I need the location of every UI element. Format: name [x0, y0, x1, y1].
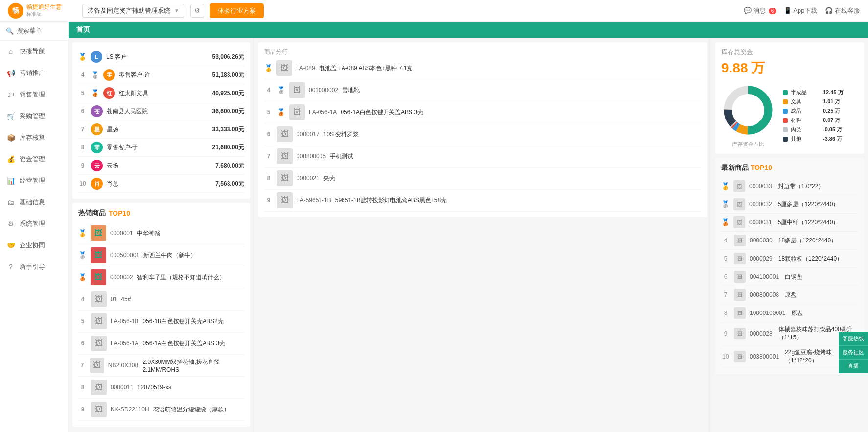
- customer-amount: 7,563.00元: [215, 180, 244, 188]
- customer-amount: 36,600.00元: [212, 107, 244, 116]
- bronze-medal-icon: 🥉: [721, 218, 730, 226]
- hot-product-6: 6 🖼 LA-056-1A 056-1A白色按键开关盖ABS 3壳: [78, 333, 244, 355]
- chevron-down-icon: ▼: [174, 8, 179, 13]
- legend-label: 文具: [791, 98, 820, 105]
- product-name: 5厘多层（1220*2440）: [778, 200, 858, 209]
- legend-item-meat: 肉类 -0.05 万: [783, 126, 844, 133]
- avatar: 红: [103, 87, 115, 99]
- sidebar-item-basic-info[interactable]: 🗂 基础信息: [0, 192, 68, 213]
- online-service-link[interactable]: 🎧 在线客服: [825, 6, 860, 15]
- sidebar-item-marketing[interactable]: 📢 营销推广: [0, 62, 68, 84]
- customer-name: 苍南县人民医院: [107, 107, 208, 116]
- avatar: 苍: [91, 105, 103, 117]
- legend-value: 12.45 万: [823, 89, 844, 96]
- customer-name: LS 客户: [106, 53, 208, 61]
- breadcrumb: 首页: [69, 22, 868, 38]
- product-name: 原盘: [791, 309, 858, 317]
- product-code: 0000033: [749, 183, 772, 190]
- product-code: 003800001: [750, 353, 779, 360]
- customer-ranking-section: 🥇 L LS 客户 53,006.26元 4 🥈 零 零售客户-许 51,183…: [72, 42, 250, 199]
- hot-product-7: 7 🖼 NB2.0X30B 2.0X30MM双搓花轴,搓花直径2.1MM/ROH…: [78, 355, 244, 377]
- hot-products-label: 热销商品: [78, 209, 106, 217]
- product-name: 5厘中纤（1220*2440）: [778, 218, 858, 227]
- donut-chart: [721, 83, 775, 137]
- sidebar-item-sales[interactable]: 🏷 销售管理: [0, 84, 68, 105]
- gold-medal-icon: 🥇: [721, 182, 730, 190]
- product-code: LA-089: [296, 65, 315, 72]
- left-panel: 🥇 L LS 客户 53,006.26元 4 🥈 零 零售客户-许 51,183…: [69, 38, 254, 432]
- rank-number: 8: [78, 384, 87, 391]
- customer-amount: 40,925.00元: [212, 89, 244, 97]
- product-code: 0000032: [749, 201, 772, 208]
- hot-product-4: 4 🖼 01 45#: [78, 288, 244, 311]
- product-name: 18颗粒板（1220*2440）: [778, 255, 858, 263]
- rank-number: 7: [721, 291, 730, 298]
- new-product-6: 6 🖼 004100001 白钢垫: [721, 268, 858, 286]
- product-code: 0000030: [750, 237, 773, 244]
- sidebar-item-operations[interactable]: 📊 经营管理: [0, 170, 68, 192]
- rank-number: 6: [78, 108, 87, 115]
- top10-label: TOP10: [109, 209, 130, 217]
- rank-number: 4: [78, 296, 87, 303]
- message-link[interactable]: 💬 消息 6: [744, 6, 777, 15]
- product-name: 新西兰牛肉（新牛）: [143, 251, 196, 260]
- sidebar-item-guide[interactable]: ? 新手引导: [0, 256, 68, 278]
- sidebar: 🔍 搜索菜单 ⌂ 快捷导航 📢 营销推广 🏷 销售管理 🛒 采购管理 📦 库存核…: [0, 22, 69, 432]
- product-name: 18多层（1220*2440）: [778, 237, 858, 245]
- logo: 畅 畅捷通好生意 标准版: [8, 3, 76, 19]
- rank-number: 9: [264, 197, 273, 204]
- live-stream-button[interactable]: 直播: [839, 360, 868, 373]
- legend-color: [783, 90, 788, 95]
- new-product-1: 🥇 🖼 0000033 封边带（1.0*22）: [721, 177, 858, 195]
- legend-color: [783, 118, 788, 123]
- search-menu-item[interactable]: 🔍 搜索菜单: [0, 22, 68, 41]
- rank-number: 10: [721, 353, 730, 360]
- product-thumbnail: 🖼: [91, 269, 106, 285]
- product-thumbnail: 🖼: [734, 253, 746, 264]
- system-selector[interactable]: 装备及固定资产辅助管理系统 ▼: [82, 4, 184, 18]
- legend-label: 其他: [791, 135, 820, 143]
- product-name: 白钢垫: [785, 273, 858, 281]
- bronze-medal-icon: 🥉: [78, 273, 87, 281]
- product-code: 0000028: [750, 330, 773, 337]
- sidebar-item-system[interactable]: ⚙ 系统管理: [0, 213, 68, 235]
- message-badge: 6: [769, 8, 777, 14]
- product-code: 0000011: [111, 384, 134, 391]
- product-code: 0000029: [750, 255, 773, 262]
- new-product-3: 🥉 🖼 0000031 5厘中纤（1220*2440）: [721, 214, 858, 232]
- hot-product-1: 🥇 🖼 0000001 中华神箭: [78, 222, 244, 244]
- hot-product-5: 5 🖼 LA-056-1B 056-1B白色按键开关壳ABS2壳: [78, 311, 244, 333]
- gold-medal-icon: 🥇: [78, 229, 87, 237]
- product-code: 0000021: [297, 175, 320, 182]
- trial-button[interactable]: 体验行业方案: [210, 3, 264, 18]
- rank-number: 4: [264, 87, 273, 94]
- marketing-icon: 📢: [6, 68, 16, 78]
- app-download-link[interactable]: 📱 App下载: [784, 6, 817, 15]
- settings-icon[interactable]: ⚙: [190, 4, 204, 18]
- customer-service-hotline-button[interactable]: 客服热线: [839, 332, 868, 346]
- headset-icon: 🎧: [825, 7, 833, 14]
- customer-name: 云扬: [107, 162, 211, 170]
- sidebar-item-purchase[interactable]: 🛒 采购管理: [0, 105, 68, 127]
- sidebar-item-quicknav[interactable]: ⌂ 快捷导航: [0, 41, 68, 62]
- sidebar-item-finance[interactable]: 💰 资金管理: [0, 148, 68, 170]
- product-code: 0000017: [297, 131, 320, 138]
- sidebar-item-enterprise[interactable]: 🤝 企业协同: [0, 235, 68, 256]
- sidebar-item-inventory[interactable]: 📦 库存核算: [0, 127, 68, 148]
- middle-panel: 商品分行 🥇 🖼 LA-089 电池盖 LA-089 ABS本色+黑种 7.1克…: [254, 38, 711, 432]
- product-code: 000800008: [750, 291, 779, 298]
- legend-item-semifinished: 半成品 12.45 万: [783, 89, 844, 96]
- hot-product-3: 🥉 🖼 0000002 智利车子里（规格不知道填什么）: [78, 266, 244, 288]
- product-thumbnail: 🖼: [289, 104, 305, 120]
- product-thumbnail: 🖼: [91, 402, 107, 417]
- hot-product-2: 🥈 🖼 000500001 新西兰牛肉（新牛）: [78, 244, 244, 266]
- main-layout: 🔍 搜索菜单 ⌂ 快捷导航 📢 营销推广 🏷 销售管理 🛒 采购管理 📦 库存核…: [0, 22, 868, 432]
- product-code: 0000031: [749, 219, 772, 226]
- customer-rank-6: 8 零 零售客户-于 21,680.00元: [78, 139, 244, 157]
- logo-sub: 标准版: [26, 11, 62, 18]
- rank-number: 7: [78, 126, 87, 133]
- logo-icon: 畅: [8, 3, 23, 19]
- service-community-button[interactable]: 服务社区: [839, 346, 868, 360]
- customer-amount: 53,006.26元: [212, 53, 244, 61]
- logo-text: 畅捷通好生意: [26, 3, 62, 11]
